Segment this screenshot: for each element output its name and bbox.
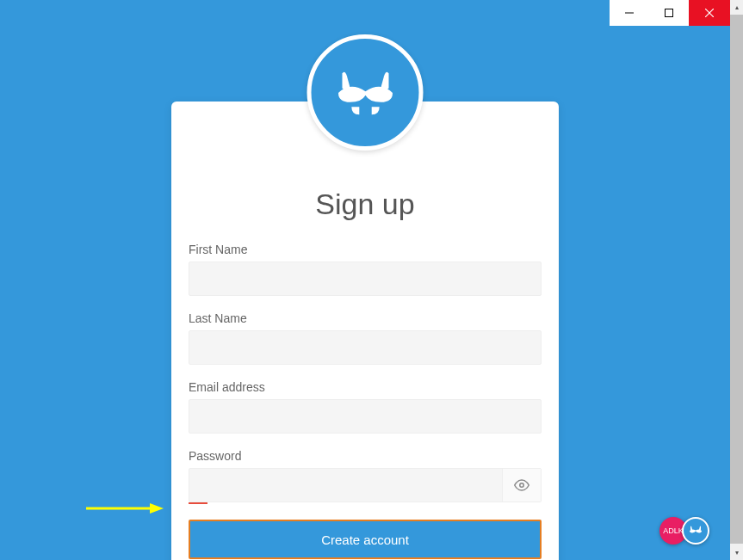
scroll-up-arrow[interactable]: ▴ bbox=[730, 0, 743, 15]
toggle-password-visibility[interactable] bbox=[502, 469, 541, 502]
scrollbar-thumb[interactable] bbox=[730, 15, 743, 544]
create-account-button[interactable]: Create account bbox=[189, 520, 542, 559]
last-name-input[interactable] bbox=[189, 331, 541, 364]
first-name-group: First Name bbox=[189, 243, 542, 296]
email-group: Email address bbox=[189, 380, 542, 434]
scrollbar[interactable]: ▴ ▾ bbox=[730, 0, 743, 560]
email-input[interactable] bbox=[189, 400, 541, 433]
svg-marker-6 bbox=[150, 503, 164, 514]
arrow-right-icon bbox=[86, 502, 164, 514]
page-title: Sign up bbox=[189, 188, 542, 221]
last-name-group: Last Name bbox=[189, 311, 542, 365]
first-name-input[interactable] bbox=[189, 262, 541, 295]
first-name-label: First Name bbox=[189, 243, 542, 256]
last-name-label: Last Name bbox=[189, 311, 542, 325]
password-strength-bar bbox=[189, 502, 207, 504]
maximize-button[interactable] bbox=[649, 0, 689, 26]
franz-mustache-small-icon bbox=[687, 522, 704, 539]
svg-point-4 bbox=[520, 483, 524, 488]
svg-rect-1 bbox=[666, 9, 673, 17]
email-wrap bbox=[189, 399, 542, 434]
minimize-button[interactable] bbox=[610, 0, 649, 26]
last-name-wrap bbox=[189, 330, 542, 365]
window-titlebar bbox=[610, 0, 730, 26]
floating-badges: ADLK bbox=[659, 517, 709, 545]
first-name-wrap bbox=[189, 262, 542, 296]
annotation-arrow bbox=[86, 502, 164, 518]
password-wrap bbox=[189, 468, 542, 502]
email-label: Email address bbox=[189, 380, 542, 394]
password-label: Password bbox=[189, 449, 542, 463]
app-logo bbox=[307, 34, 424, 151]
close-button[interactable] bbox=[689, 0, 730, 26]
franz-badge[interactable] bbox=[682, 517, 709, 545]
eye-icon bbox=[514, 477, 529, 493]
password-input[interactable] bbox=[189, 469, 541, 502]
franz-mustache-icon bbox=[326, 54, 404, 132]
scroll-down-arrow[interactable]: ▾ bbox=[730, 545, 743, 560]
signup-card: Sign up First Name Last Name Email addre… bbox=[171, 102, 559, 560]
content-area: Sign up First Name Last Name Email addre… bbox=[0, 0, 730, 560]
password-group: Password bbox=[189, 449, 542, 504]
